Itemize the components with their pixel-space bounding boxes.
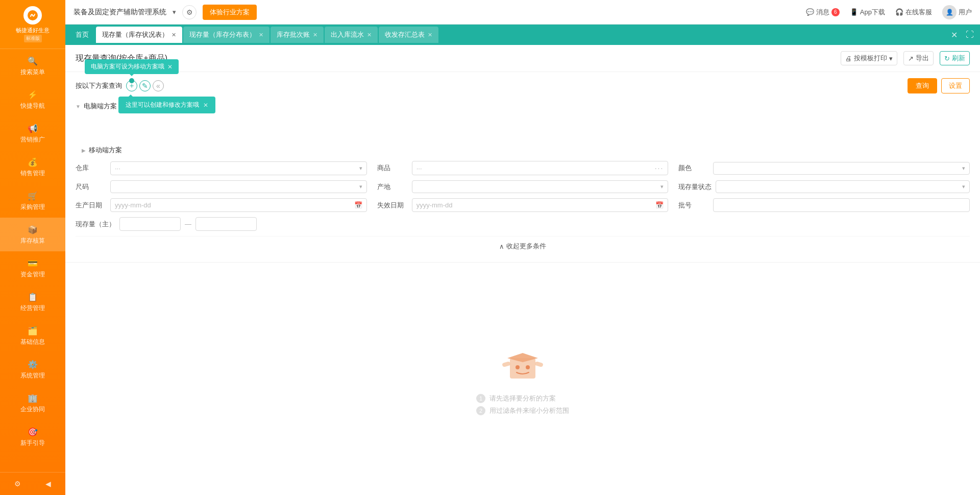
tooltip-close-1[interactable]: ✕ bbox=[167, 63, 173, 70]
tab-inventory-dist[interactable]: 现存量（库存分布表） ✕ bbox=[183, 27, 270, 43]
sidebar-item-finance[interactable]: 💳 资金管理 bbox=[0, 251, 65, 285]
color-select-arrow: ▾ bbox=[962, 165, 965, 172]
main-area: 装备及固定资产辅助管理系统 ▾ ⚙ 体验行业方案 💬 消息 6 📱 App下载 … bbox=[65, 0, 980, 495]
filter-expiry-date: 失效日期 yyyy-mm-dd 📅 bbox=[377, 198, 669, 212]
add-scheme-tooltip: 电脑方案可设为移动方案哦 ✕ bbox=[85, 59, 179, 74]
goods-select[interactable]: ··· ··· bbox=[412, 161, 669, 175]
sidebar-item-enterprise[interactable]: 🏢 企业协同 bbox=[0, 386, 65, 420]
content-area: 现存量查询(按仓库+商品) 🖨 按模板打印 ▾ ↗ 导出 ↻ 刷新 bbox=[65, 45, 980, 495]
stock-main-from-input[interactable] bbox=[119, 217, 181, 231]
page-container: 现存量查询(按仓库+商品) 🖨 按模板打印 ▾ ↗ 导出 ↻ 刷新 bbox=[65, 45, 980, 495]
scheme-arrow-pc: ▼ bbox=[76, 104, 81, 109]
production-date-label: 生产日期 bbox=[76, 201, 106, 210]
step-num-2: 2 bbox=[476, 406, 485, 415]
tab-close-in-out-flow[interactable]: ✕ bbox=[367, 32, 372, 38]
tab-batch-account[interactable]: 库存批次账 ✕ bbox=[271, 27, 324, 43]
export-button[interactable]: ↗ 导出 bbox=[903, 51, 934, 65]
tab-bar-actions: ✕ ⛶ bbox=[949, 28, 976, 42]
expiry-date-input[interactable]: yyyy-mm-dd 📅 bbox=[412, 198, 669, 212]
service-icon: 🎧 bbox=[895, 8, 903, 16]
filter-color: 颜色 ▾ bbox=[678, 161, 970, 175]
filter-row-1: 仓库 ··· ▾ 商品 ··· ··· bbox=[76, 161, 970, 175]
batch-label: 批号 bbox=[678, 201, 709, 210]
collapse-button[interactable]: ∧ 收起更多条件 bbox=[499, 242, 546, 251]
sidebar-bottom: ⚙ ◀ bbox=[0, 472, 65, 495]
filter-goods: 商品 ··· ··· bbox=[377, 161, 669, 175]
warehouse-select[interactable]: ··· ▾ bbox=[110, 161, 367, 175]
sidebar-item-guide[interactable]: 🎯 新手引导 bbox=[0, 420, 65, 454]
sidebar-item-quick[interactable]: ⚡ 快捷导航 bbox=[0, 83, 65, 116]
svg-rect-4 bbox=[502, 361, 511, 367]
tab-maximize-button[interactable]: ⛶ bbox=[964, 28, 976, 41]
sidebar-collapse-button[interactable]: ◀ bbox=[43, 478, 53, 490]
tab-close-inventory-status[interactable]: ✕ bbox=[172, 32, 176, 38]
goods-label: 商品 bbox=[377, 163, 408, 173]
search-button[interactable]: 查询 bbox=[908, 78, 937, 93]
sidebar-item-operation[interactable]: 📋 经营管理 bbox=[0, 285, 65, 319]
sidebar-item-marketing[interactable]: 📢 营销推广 bbox=[0, 116, 65, 150]
tab-inventory-status[interactable]: 现存量（库存状况表） ✕ bbox=[96, 27, 182, 43]
print-button[interactable]: 🖨 按模板打印 ▾ bbox=[841, 51, 897, 65]
tab-receive-send[interactable]: 收发存汇总表 ✕ bbox=[379, 27, 438, 43]
sidebar-item-search[interactable]: 🔍 搜索菜单 bbox=[0, 49, 65, 83]
size-select[interactable]: ▾ bbox=[110, 180, 367, 193]
user-menu[interactable]: 👤 用户 bbox=[942, 5, 972, 19]
tooltip-close-2[interactable]: ✕ bbox=[203, 102, 208, 109]
message-badge: 6 bbox=[831, 8, 840, 16]
reset-button[interactable]: 设置 bbox=[941, 78, 970, 93]
tab-bar: 首页 现存量（库存状况表） ✕ 现存量（库存分布表） ✕ 库存批次账 ✕ 出入库… bbox=[65, 25, 980, 45]
color-label: 颜色 bbox=[678, 163, 709, 173]
filter-warehouse: 仓库 ··· ▾ bbox=[76, 161, 367, 175]
scheme-arrow-mobile: ▶ bbox=[82, 148, 86, 153]
header-settings-button[interactable]: ⚙ bbox=[182, 5, 197, 19]
system-title: 装备及固定资产辅助管理系统 bbox=[74, 8, 166, 17]
production-date-input[interactable]: yyyy-mm-dd 📅 bbox=[110, 198, 367, 212]
refresh-button[interactable]: ↻ 刷新 bbox=[940, 51, 970, 65]
sidebar-item-system[interactable]: ⚙️ 系统管理 bbox=[0, 352, 65, 386]
batch-input[interactable] bbox=[713, 198, 970, 212]
system-dropdown[interactable]: ▾ bbox=[173, 8, 176, 16]
tab-close-receive-send[interactable]: ✕ bbox=[428, 32, 432, 38]
step-num-1: 1 bbox=[476, 394, 485, 403]
origin-select[interactable]: ▾ bbox=[412, 180, 669, 193]
sidebar-item-sales[interactable]: 💰 销售管理 bbox=[0, 150, 65, 184]
svg-point-2 bbox=[516, 365, 520, 369]
stock-main-label: 现存量（主） bbox=[76, 220, 115, 229]
trial-button[interactable]: 体验行业方案 bbox=[203, 5, 257, 20]
marketing-icon: 📢 bbox=[27, 123, 38, 134]
export-icon: ↗ bbox=[908, 55, 914, 62]
sidebar-item-basic[interactable]: 🗂️ 基础信息 bbox=[0, 319, 65, 352]
stock-status-select[interactable]: ▾ bbox=[716, 180, 970, 193]
tab-in-out-flow[interactable]: 出入库流水 ✕ bbox=[325, 27, 378, 43]
sidebar-item-purchase[interactable]: 🛒 采购管理 bbox=[0, 184, 65, 218]
logo-icon bbox=[23, 6, 42, 25]
enterprise-icon: 🏢 bbox=[27, 392, 38, 404]
online-service-button[interactable]: 🎧 在线客服 bbox=[895, 8, 932, 17]
filter-row-3: 生产日期 yyyy-mm-dd 📅 失效日期 yyyy-mm-dd 📅 bbox=[76, 198, 970, 212]
add-scheme-button[interactable]: ＋ 电脑方案可设为移动方案哦 ✕ bbox=[126, 80, 137, 91]
guide-icon: 🎯 bbox=[27, 426, 38, 437]
tab-close-batch-account[interactable]: ✕ bbox=[313, 32, 317, 38]
stock-main-to-input[interactable] bbox=[195, 217, 257, 231]
edit-scheme-button[interactable]: ✎ bbox=[139, 80, 151, 91]
prev-scheme-button[interactable]: « bbox=[153, 80, 164, 91]
sidebar-settings-button[interactable]: ⚙ bbox=[12, 478, 23, 490]
sidebar-logo: 畅捷通好生意 标准版 bbox=[0, 0, 65, 49]
collapse-row: ∧ 收起更多条件 bbox=[76, 236, 970, 256]
color-select[interactable]: ▾ bbox=[713, 162, 970, 175]
avatar: 👤 bbox=[942, 5, 957, 19]
collapse-icon: ∧ bbox=[499, 243, 504, 250]
tab-close-inventory-dist[interactable]: ✕ bbox=[259, 32, 263, 38]
print-icon: 🖨 bbox=[845, 55, 852, 62]
app-download-button[interactable]: 📱 App下载 bbox=[850, 8, 885, 17]
tab-close-all-button[interactable]: ✕ bbox=[949, 28, 960, 42]
origin-label: 产地 bbox=[377, 182, 408, 192]
message-button[interactable]: 💬 消息 6 bbox=[806, 8, 840, 17]
header-right: 💬 消息 6 📱 App下载 🎧 在线客服 👤 用户 bbox=[806, 5, 972, 19]
sidebar-item-inventory[interactable]: 📦 库存核算 bbox=[0, 218, 65, 251]
calendar-icon-production: 📅 bbox=[354, 201, 362, 209]
tab-home[interactable]: 首页 bbox=[69, 27, 95, 43]
page-actions: 🖨 按模板打印 ▾ ↗ 导出 ↻ 刷新 bbox=[841, 51, 970, 65]
warehouse-select-arrow: ▾ bbox=[359, 165, 362, 172]
scheme-item-mobile[interactable]: ▶ 移动端方案 bbox=[82, 144, 970, 157]
